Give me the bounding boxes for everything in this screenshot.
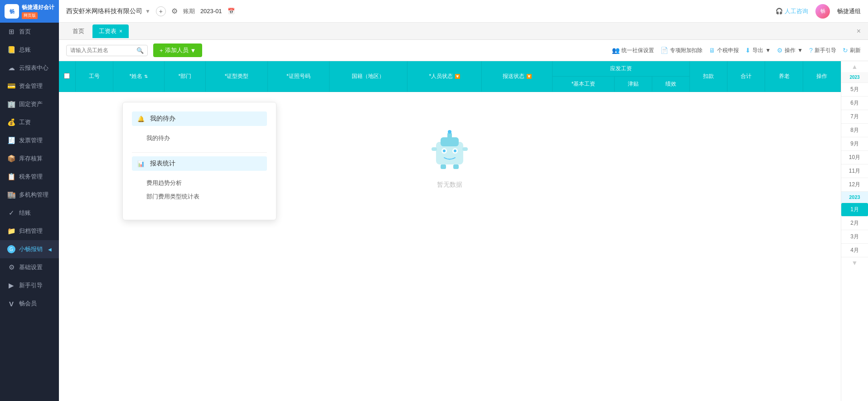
month-item-12[interactable]: 12月: [841, 178, 868, 192]
th-name: *姓名 ⇅: [113, 61, 164, 92]
sidebar-item-label: 新手引导: [19, 281, 43, 290]
month-item-6[interactable]: 6月: [841, 97, 868, 110]
personal-tax-icon: 🖥: [709, 47, 715, 54]
add-dropdown-icon: ▼: [190, 47, 196, 54]
month-item-2[interactable]: 2月: [841, 217, 868, 230]
sidebar-item-label: 云报表中心: [19, 64, 48, 72]
sidebar-item-cloud-report[interactable]: ☁ 云报表中心: [0, 59, 59, 77]
panel-nav-up[interactable]: ▲: [841, 61, 868, 72]
inventory-icon: 📦: [7, 155, 15, 163]
export-icon: ⬇: [745, 47, 751, 54]
sidebar-item-invoice[interactable]: 🧾 发票管理: [0, 131, 59, 150]
th-allowance: 津贴: [614, 77, 652, 92]
tab-home[interactable]: 首页: [66, 24, 91, 38]
operations-action[interactable]: ⚙ 操作 ▼: [777, 47, 803, 54]
th-pension: 养老: [765, 61, 803, 92]
sidebar-item-label: 库存核算: [19, 155, 43, 163]
th-id-type: *证型类型: [206, 61, 267, 92]
tab-close-all[interactable]: ×: [857, 27, 861, 35]
sidebar-item-label: 资金管理: [19, 82, 43, 90]
app-logo: 畅 畅捷通好会计 网页版: [0, 0, 59, 23]
th-total: 合计: [727, 61, 765, 92]
cloud-icon: ☁: [7, 64, 15, 72]
tax-deduct-action[interactable]: 📄 专项附加扣除: [660, 47, 703, 54]
topbar: 西安虾米网络科技有限公司 ▼ + ⚙ 账期 2023-01 📅 🎧 人工咨询 畅…: [59, 0, 868, 23]
year-2023-label: 2023: [841, 192, 868, 203]
month-item-5[interactable]: 5月: [841, 83, 868, 97]
refresh-action[interactable]: ↻ 刷新: [843, 47, 861, 54]
main-area: 西安虾米网络科技有限公司 ▼ + ⚙ 账期 2023-01 📅 🎧 人工咨询 畅…: [59, 0, 868, 401]
sidebar-item-tax[interactable]: 📋 税务管理: [0, 168, 59, 186]
th-employee-id: 工号: [75, 61, 113, 92]
popup-link-expense-trend[interactable]: 费用趋势分析: [132, 176, 267, 190]
new-guide-label: 新手引导: [815, 47, 836, 54]
sidebar-item-fixed-asset[interactable]: 🏢 固定资产: [0, 95, 59, 113]
support-button[interactable]: 🎧 人工咨询: [776, 7, 808, 15]
toolbar: 🔍 + 添加人员 ▼ 👥 统一社保设置 📄 专项附加扣除 🖥 个税申报 ⬇ 导出: [59, 40, 868, 61]
panel-nav-down[interactable]: ▼: [841, 257, 868, 268]
sidebar-item-label: 结账: [19, 209, 31, 217]
sidebar-item-salary[interactable]: 💰 工资: [0, 113, 59, 131]
svg-point-5: [454, 150, 456, 152]
sidebar-item-home[interactable]: ⊞ 首页: [0, 23, 59, 41]
social-insurance-action[interactable]: 👥 统一社保设置: [612, 47, 654, 54]
th-payable-wages-group: 应发工资: [553, 61, 690, 77]
svg-rect-8: [432, 147, 437, 151]
month-item-1-active[interactable]: 1月: [841, 203, 868, 217]
add-people-button[interactable]: + 添加人员 ▼: [153, 43, 202, 57]
sidebar-item-archive[interactable]: 📁 归档管理: [0, 222, 59, 240]
th-base-salary: *基本工资: [553, 77, 614, 92]
popup-link-my-todo[interactable]: 我的待办: [132, 131, 267, 145]
th-personnel-status: *人员状态 🔽: [407, 61, 482, 92]
month-item-3[interactable]: 3月: [841, 230, 868, 244]
sidebar-item-membership[interactable]: V 畅会员: [0, 295, 59, 313]
report-section-icon: 📊: [136, 158, 146, 169]
tax-deduct-icon: 📄: [660, 47, 668, 54]
sidebar-item-multi-org[interactable]: 🏬 多机构管理: [0, 186, 59, 204]
tabbar: 首页 工资表 × ×: [59, 23, 868, 40]
popup-link-dept-expense[interactable]: 部门费用类型统计表: [132, 190, 267, 203]
sidebar: 畅 畅捷通好会计 网页版 ⊞ 首页 📒 总账 ☁ 云报表中心 💳 资金管理 🏢 …: [0, 0, 59, 401]
sidebar-item-ledger[interactable]: 📒 总账: [0, 41, 59, 59]
topbar-settings-icon[interactable]: ⚙: [171, 7, 178, 15]
month-item-10[interactable]: 10月: [841, 151, 868, 164]
th-id-number: *证照号码: [267, 61, 329, 92]
personal-tax-action[interactable]: 🖥 个税申报: [709, 47, 739, 54]
sidebar-item-inventory[interactable]: 📦 库存核算: [0, 150, 59, 168]
select-all-checkbox[interactable]: [64, 73, 70, 79]
sidebar-item-basic-settings[interactable]: ⚙ 基础设置: [0, 258, 59, 276]
tab-salary-table[interactable]: 工资表 ×: [92, 24, 129, 38]
logo-text-block: 畅捷通好会计 网页版: [22, 4, 54, 19]
todo-section-icon: 🔔: [136, 113, 146, 124]
month-item-4[interactable]: 4月: [841, 244, 868, 257]
month-item-7[interactable]: 7月: [841, 110, 868, 124]
tab-close-button[interactable]: ×: [119, 28, 122, 34]
close-all-icon[interactable]: ×: [857, 27, 861, 35]
month-item-8[interactable]: 8月: [841, 124, 868, 137]
search-input[interactable]: [70, 47, 134, 53]
popup-section-report: 📊 报表统计 费用趋势分析 部门费用类型统计表: [132, 156, 267, 203]
report-section-label: 报表统计: [150, 159, 175, 168]
sidebar-item-xiao-chang[interactable]: G 小畅报销 ◀: [0, 240, 59, 258]
multi-org-icon: 🏬: [7, 191, 15, 199]
svg-point-7: [448, 130, 451, 134]
month-item-11[interactable]: 11月: [841, 164, 868, 178]
sidebar-item-guide[interactable]: ▶ 新手引导: [0, 276, 59, 295]
xiao-chang-icon: G: [7, 245, 15, 253]
month-item-9[interactable]: 9月: [841, 137, 868, 151]
export-action[interactable]: ⬇ 导出 ▼: [745, 47, 771, 54]
sidebar-item-label: 畅会员: [19, 300, 37, 308]
sidebar-item-label: 基础设置: [19, 263, 43, 271]
th-nationality: 国籍（地区）: [329, 61, 407, 92]
sidebar-item-checkout[interactable]: ✓ 结账: [0, 204, 59, 222]
sidebar-item-fund[interactable]: 💳 资金管理: [0, 77, 59, 95]
company-selector[interactable]: 西安虾米网络科技有限公司 ▼: [66, 7, 150, 15]
th-performance: 绩效: [652, 77, 689, 92]
ledger-icon: 📒: [7, 46, 15, 54]
no-data-icon: [427, 128, 472, 174]
calendar-icon[interactable]: 📅: [228, 8, 235, 14]
topbar-add-button[interactable]: +: [156, 6, 166, 16]
new-guide-action[interactable]: ? 新手引导: [809, 47, 836, 54]
tab-home-label: 首页: [73, 28, 84, 34]
th-checkbox[interactable]: [59, 61, 75, 92]
